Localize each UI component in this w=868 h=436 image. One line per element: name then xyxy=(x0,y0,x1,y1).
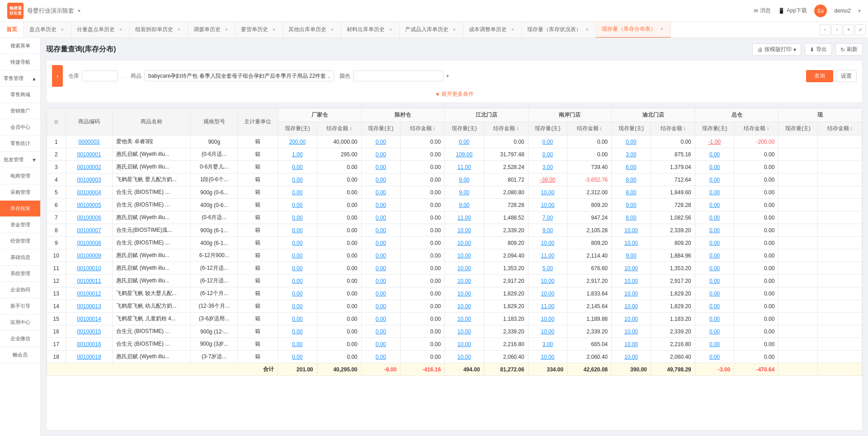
cell-cc-stock[interactable]: 0.00 xyxy=(361,338,401,351)
cell-na-stock[interactable]: 5.00 xyxy=(528,262,567,275)
tab-close-icon[interactable]: × xyxy=(451,27,458,33)
cell-na-stock[interactable]: 11.00 xyxy=(528,249,567,262)
cell-code[interactable]: 00100016 xyxy=(66,338,113,351)
cell-cj-stock[interactable]: 0.00 xyxy=(278,287,317,300)
cell-yb-stock[interactable]: 9.00 xyxy=(612,199,651,211)
cell-cj-stock[interactable]: 0.00 xyxy=(278,161,317,173)
cell-code[interactable]: 0000003 xyxy=(66,136,113,148)
tab-chanchengpin[interactable]: 产成品入库单历史 × xyxy=(400,22,463,38)
query-btn[interactable]: 查询 xyxy=(806,70,833,82)
sidebar-item-system[interactable]: 系统管理 xyxy=(0,266,40,282)
cell-total-stock[interactable]: 0.00 xyxy=(695,161,734,173)
cell-total-stock[interactable]: -1.00 xyxy=(695,136,734,148)
cell-na-stock[interactable]: -39.00 xyxy=(528,173,567,186)
tab-zuzhuangchaijia[interactable]: 组装拆卸单历史 × xyxy=(130,22,188,38)
user-dropdown-icon[interactable]: ▾ xyxy=(858,8,861,14)
cell-yb-stock[interactable]: 10.00 xyxy=(612,338,651,351)
cell-cc-stock[interactable]: 0.00 xyxy=(361,237,401,249)
cell-cj-stock[interactable]: 0.00 xyxy=(278,199,317,211)
cell-na-stock[interactable]: 7.00 xyxy=(528,211,567,224)
sidebar-item-basic-info[interactable]: 基础信息 xyxy=(0,249,40,266)
gear-icon[interactable]: ⚙ xyxy=(54,119,59,125)
cell-total-stock[interactable]: 0.00 xyxy=(695,199,734,211)
cell-jb-stock[interactable]: 10.00 xyxy=(445,224,484,237)
cell-na-stock[interactable]: 3.00 xyxy=(528,161,567,173)
cell-jb-stock[interactable]: 0.00 xyxy=(445,136,484,148)
sidebar-item-operations[interactable]: 经营管理 xyxy=(0,233,40,249)
refresh-btn[interactable]: ↻ 刷新 xyxy=(835,43,863,56)
tab-close-icon[interactable]: × xyxy=(584,27,590,33)
cell-cc-stock[interactable]: 0.00 xyxy=(361,161,401,173)
tab-close-icon[interactable]: × xyxy=(271,27,277,33)
cell-cc-stock[interactable]: 0.00 xyxy=(361,224,401,237)
sidebar-item-quick-nav[interactable]: 快捷导航 xyxy=(0,54,40,70)
sidebar-item-search[interactable]: 搜索英单 xyxy=(0,38,40,54)
tab-fenliangpandian[interactable]: 分量盘点单历史 × xyxy=(71,22,130,38)
cell-cj-stock[interactable]: 0.00 xyxy=(278,313,317,325)
settings-btn[interactable]: 设置 xyxy=(836,70,857,82)
cell-jb-stock[interactable]: 10.00 xyxy=(445,249,484,262)
sidebar-item-retail-stats[interactable]: 零售统计 xyxy=(0,136,40,152)
cell-cc-stock[interactable]: 0.00 xyxy=(361,173,401,186)
cell-total-stock[interactable]: 0.00 xyxy=(695,173,734,186)
cell-na-stock[interactable]: 10.00 xyxy=(528,325,567,338)
export-btn[interactable]: ⬇ 导出 xyxy=(805,43,832,56)
sidebar-item-marketing[interactable]: 营销推广 xyxy=(0,103,40,119)
avatar[interactable]: Ea xyxy=(814,5,827,17)
cell-total-stock[interactable]: 0.00 xyxy=(695,186,734,199)
goods-input[interactable] xyxy=(144,70,334,81)
cell-jb-stock[interactable]: 11.00 xyxy=(445,211,484,224)
tab-cunliang-kuangkuang[interactable]: 现存量（库存状况表） × xyxy=(522,22,596,38)
sidebar-item-ecommerce[interactable]: 电商管理 xyxy=(0,168,40,184)
cell-yb-stock[interactable]: 8.00 xyxy=(612,173,651,186)
sidebar-item-enterprise-wechat[interactable]: 企业微信 xyxy=(0,331,40,347)
tab-close-icon[interactable]: × xyxy=(118,27,124,33)
cell-cj-stock[interactable]: 0.00 xyxy=(278,351,317,363)
cell-code[interactable]: 00100018 xyxy=(66,351,113,363)
tab-close-icon[interactable]: × xyxy=(659,26,665,33)
cell-code[interactable]: 00100006 xyxy=(66,211,113,224)
cell-code[interactable]: 00100010 xyxy=(66,262,113,275)
cell-cj-stock[interactable]: 0.00 xyxy=(278,237,317,249)
cell-cj-stock[interactable]: 0.00 xyxy=(278,262,317,275)
cell-total-stock[interactable]: 0.00 xyxy=(695,325,734,338)
tab-yaohuo[interactable]: 要货单历史 × xyxy=(236,22,283,38)
cell-code[interactable]: 00100012 xyxy=(66,287,113,300)
sidebar-item-app-center[interactable]: 应用中心 xyxy=(0,314,40,331)
cell-yb-stock[interactable]: 8.00 xyxy=(612,186,651,199)
cell-code[interactable]: 00100003 xyxy=(66,173,113,186)
cell-cj-stock[interactable]: 1.00 xyxy=(278,148,317,161)
cell-yb-stock[interactable]: 10.00 xyxy=(612,313,651,325)
tab-close-icon[interactable]: × xyxy=(329,27,335,33)
cell-cc-stock[interactable]: 0.00 xyxy=(361,300,401,313)
cell-na-stock[interactable]: 9.00 xyxy=(528,224,567,237)
cell-yb-stock[interactable]: 6.00 xyxy=(612,161,651,173)
dropdown-icon[interactable]: ▾ xyxy=(78,8,80,14)
cell-total-stock[interactable]: 0.00 xyxy=(695,287,734,300)
cell-cj-stock[interactable]: 0.00 xyxy=(278,300,317,313)
cell-yb-stock[interactable]: 10.00 xyxy=(612,262,651,275)
cell-jb-stock[interactable]: 10.00 xyxy=(445,237,484,249)
cell-na-stock[interactable]: 0.00 xyxy=(528,148,567,161)
cell-jb-stock[interactable]: 10.00 xyxy=(445,325,484,338)
app-download-btn[interactable]: 📱 App下载 xyxy=(778,7,807,14)
cell-cj-stock[interactable]: 200.00 xyxy=(278,136,317,148)
cell-cc-stock[interactable]: 0.00 xyxy=(361,275,401,287)
cell-cc-stock[interactable]: 0.00 xyxy=(361,287,401,300)
cell-yb-stock[interactable]: 10.00 xyxy=(612,275,651,287)
cell-cc-stock[interactable]: 0.00 xyxy=(361,249,401,262)
cell-total-stock[interactable]: 0.00 xyxy=(695,211,734,224)
cell-total-stock[interactable]: 0.00 xyxy=(695,300,734,313)
warehouse-input[interactable] xyxy=(82,70,118,81)
cell-jb-stock[interactable]: 11.00 xyxy=(445,161,484,173)
cell-total-stock[interactable]: 0.00 xyxy=(695,275,734,287)
cell-yb-stock[interactable]: 10.00 xyxy=(612,237,651,249)
cell-yb-stock[interactable]: 10.00 xyxy=(612,325,651,338)
tab-chengtiao[interactable]: 成本调整单历史 × xyxy=(463,22,522,38)
cell-jb-stock[interactable]: 10.00 xyxy=(445,338,484,351)
tab-next-btn[interactable]: › xyxy=(831,24,842,35)
sidebar-item-finance[interactable]: 资金管理 xyxy=(0,217,40,233)
tab-prev-btn[interactable]: ‹ xyxy=(820,24,830,35)
expand-conditions-btn[interactable]: ▼ 展开更多条件 xyxy=(435,90,474,98)
cell-yb-stock[interactable]: 9.00 xyxy=(612,249,651,262)
